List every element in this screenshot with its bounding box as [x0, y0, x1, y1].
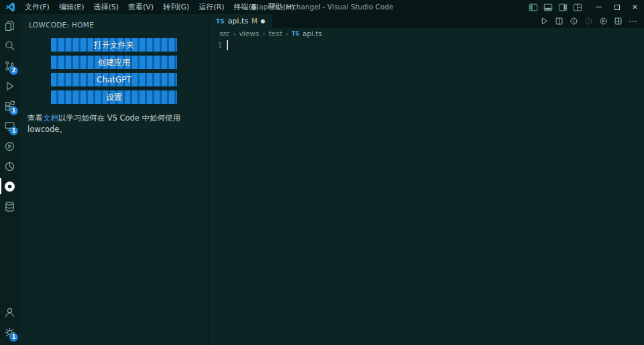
tab-api-ts[interactable]: TS api.ts M ● [209, 14, 272, 28]
sidebar-title: LOWCODE: HOME [19, 14, 209, 36]
titlebar: 文件(F) 编辑(E) 选择(S) 查看(V) 转到(G) 运行(R) 终端(T… [0, 0, 644, 14]
close-icon: ✕ [632, 4, 637, 11]
extensions-icon[interactable]: 1 [0, 96, 19, 116]
extensions-badge: 1 [9, 107, 18, 115]
typescript-file-icon: TS [292, 31, 299, 37]
menu-file[interactable]: 文件(F) [20, 0, 54, 14]
settings-gear-icon[interactable]: 1 [0, 322, 19, 342]
remote-explorer-icon[interactable]: 1 [0, 116, 19, 136]
text-cursor [227, 40, 228, 50]
create-app-button[interactable]: 创建应用 [51, 56, 177, 69]
breadcrumbs: src › views › test › TS api.ts [209, 28, 644, 39]
account-icon[interactable] [0, 302, 19, 322]
editor-area: TS api.ts M ● ⋯ src › views [209, 14, 644, 345]
explorer-icon[interactable] [0, 15, 19, 36]
open-changes-icon[interactable] [555, 17, 564, 25]
menu-run[interactable]: 运行(R) [194, 0, 229, 14]
customize-layout-icon[interactable] [573, 3, 582, 12]
breadcrumb-src[interactable]: src [219, 29, 229, 38]
menu-edit[interactable]: 编辑(E) [54, 0, 89, 14]
chevron-right-icon: › [262, 29, 265, 38]
more-actions-icon[interactable]: ⋯ [629, 17, 637, 25]
sidebar-buttons: 打开文件夹 创建应用 ChatGPT 设置 [19, 38, 209, 104]
help-prefix: 查看 [28, 113, 43, 123]
minimize-icon [596, 7, 602, 7]
lowcode-extension-icon[interactable] [0, 176, 19, 196]
vscode-logo-icon [5, 2, 15, 12]
split-editor-icon[interactable] [614, 17, 623, 25]
run-or-debug-icon[interactable] [599, 17, 608, 25]
maximize-icon [614, 5, 620, 10]
minimize-button[interactable] [590, 0, 608, 14]
coverage-icon[interactable] [0, 156, 19, 176]
chatgpt-button[interactable]: ChatGPT [51, 73, 177, 86]
unsaved-dot-icon[interactable]: ● [261, 18, 266, 24]
toggle-secondary-sidebar-icon[interactable] [558, 3, 568, 12]
layout-controls [527, 3, 584, 12]
docs-link[interactable]: 文档 [43, 113, 58, 123]
live-preview-icon[interactable] [0, 136, 19, 156]
run-debug-icon[interactable] [0, 76, 19, 96]
vscode-window: 文件(F) 编辑(E) 选择(S) 查看(V) 转到(G) 运行(R) 终端(T… [0, 0, 644, 345]
sidebar-panel: LOWCODE: HOME 打开文件夹 创建应用 ChatGPT 设置 查看文档… [19, 14, 209, 345]
remote-badge: 1 [9, 127, 18, 135]
run-file-icon[interactable] [540, 17, 549, 25]
code-line-1: 1 [209, 39, 644, 51]
titlebar-controls: ✕ [527, 0, 644, 14]
menu-selection[interactable]: 选择(S) [89, 0, 123, 14]
maximize-button[interactable] [608, 0, 626, 14]
window-title: ● api.ts - archangel - Visual Studio Cod… [251, 0, 394, 14]
database-icon[interactable] [0, 196, 19, 216]
editor-actions: ⋯ [540, 14, 644, 28]
git-modified-badge: M [252, 17, 258, 25]
settings-button[interactable]: 设置 [51, 90, 177, 104]
breadcrumb-test[interactable]: test [268, 29, 282, 38]
breadcrumb-file[interactable]: api.ts [303, 29, 322, 38]
typescript-file-icon: TS [216, 18, 225, 25]
chevron-right-icon: › [233, 29, 235, 38]
toggle-sidebar-icon[interactable] [529, 3, 538, 12]
main-layout: 2 1 1 [0, 14, 644, 345]
search-icon[interactable] [0, 36, 19, 56]
open-folder-button[interactable]: 打开文件夹 [51, 38, 177, 52]
code-editor[interactable]: 1 [209, 39, 644, 345]
close-button[interactable]: ✕ [626, 0, 644, 14]
menu-go[interactable]: 转到(G) [158, 0, 194, 14]
tab-label: api.ts [228, 17, 248, 25]
go-forward-icon[interactable] [584, 17, 593, 25]
activity-bar-spacer [0, 216, 19, 302]
chevron-right-icon: › [286, 29, 288, 38]
source-control-icon[interactable]: 2 [0, 56, 19, 76]
line-number: 1 [209, 41, 227, 50]
activity-bar: 2 1 1 [0, 14, 19, 345]
settings-badge: 1 [9, 333, 18, 342]
source-control-badge: 2 [9, 66, 18, 75]
breadcrumb-views[interactable]: views [239, 29, 260, 38]
tab-bar: TS api.ts M ● ⋯ [209, 14, 644, 28]
sidebar-help-text: 查看文档以学习如何在 VS Code 中如何使用 lowcode。 [28, 113, 201, 136]
menu-view[interactable]: 查看(V) [123, 0, 158, 14]
toggle-panel-icon[interactable] [543, 3, 553, 12]
go-back-icon[interactable] [570, 17, 578, 25]
